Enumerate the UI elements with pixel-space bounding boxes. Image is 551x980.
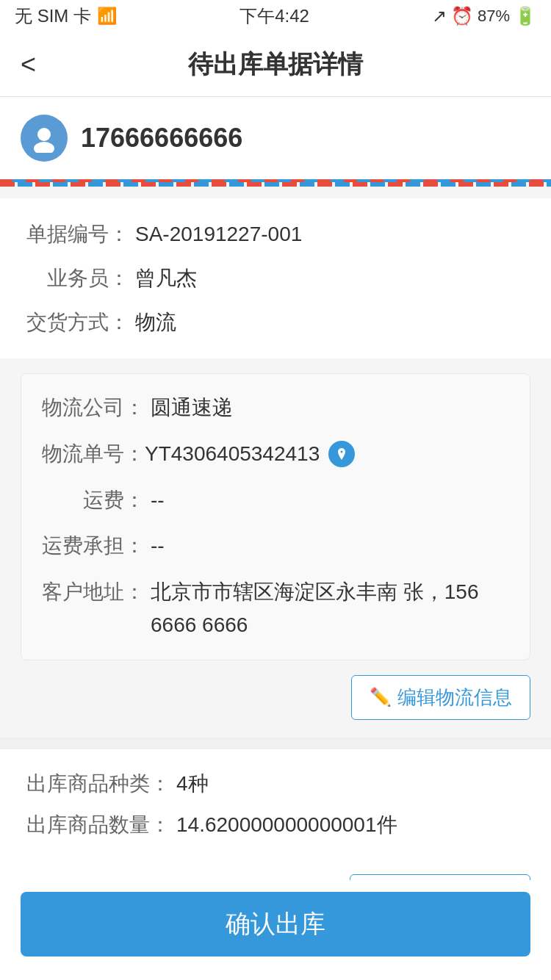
address-label: 客户地址： xyxy=(42,576,145,609)
freight-bearer-value: -- xyxy=(151,530,509,563)
svg-point-0 xyxy=(37,128,51,141)
address-value: 北京市市辖区海淀区永丰南 张，156 6666 6666 xyxy=(151,576,509,642)
address-row: 客户地址： 北京市市辖区海淀区永丰南 张，156 6666 6666 xyxy=(42,576,509,642)
product-type-row: 出库商品种类： 4种 xyxy=(26,770,525,798)
delivery-method-label: 交货方式： xyxy=(26,307,129,338)
section-divider xyxy=(0,738,551,749)
order-number-row: 单据编号： SA-20191227-001 xyxy=(26,219,525,250)
svg-point-1 xyxy=(34,142,54,153)
time-text: 下午4:42 xyxy=(240,4,309,28)
carrier-text: 无 SIM 卡 xyxy=(15,4,91,28)
edit-button-row: ✏️ 编辑物流信息 xyxy=(0,675,551,738)
customer-header: 17666666666 xyxy=(0,97,551,182)
freight-label: 运费： xyxy=(42,484,145,517)
tracking-location-button[interactable] xyxy=(328,441,355,467)
dashed-divider xyxy=(0,182,551,187)
tracking-label: 物流单号： xyxy=(42,438,145,471)
tracking-number-value: YT4306405342413 xyxy=(145,438,320,471)
product-quantity-value: 14.620000000000001件 xyxy=(176,811,397,839)
page-title: 待出库单据详情 xyxy=(188,48,363,82)
delivery-method-row: 交货方式： 物流 xyxy=(26,307,525,338)
bottom-section: 确认出库 xyxy=(0,880,551,980)
status-left: 无 SIM 卡 📶 xyxy=(15,4,117,28)
logistics-company-row: 物流公司： 圆通速递 xyxy=(42,392,509,425)
battery-icon: 🔋 xyxy=(514,6,536,26)
order-number-label: 单据编号： xyxy=(26,219,129,250)
alarm-icon: ⏰ xyxy=(451,6,473,26)
tracking-number-container: YT4306405342413 xyxy=(145,438,355,471)
logistics-company-value: 圆通速递 xyxy=(151,392,509,425)
edit-logistics-button[interactable]: ✏️ 编辑物流信息 xyxy=(351,675,530,720)
logistics-card: 物流公司： 圆通速递 物流单号： YT4306405342413 运费： -- … xyxy=(21,373,530,660)
wifi-icon: 📶 xyxy=(97,7,117,26)
product-type-value: 4种 xyxy=(176,770,209,798)
order-number-value: SA-20191227-001 xyxy=(135,219,525,250)
freight-bearer-label: 运费承担： xyxy=(42,530,145,563)
tracking-row: 物流单号： YT4306405342413 xyxy=(42,438,509,471)
sales-person-row: 业务员： 曾凡杰 xyxy=(26,263,525,294)
confirm-button[interactable]: 确认出库 xyxy=(21,892,530,956)
freight-row: 运费： -- xyxy=(42,484,509,517)
freight-value: -- xyxy=(151,484,509,517)
location-active-icon: ↗ xyxy=(432,6,447,26)
sales-person-label: 业务员： xyxy=(26,263,129,294)
nav-bar: < 待出库单据详情 xyxy=(0,32,551,97)
product-type-label: 出库商品种类： xyxy=(26,770,170,798)
battery-text: 87% xyxy=(478,7,510,26)
status-bar: 无 SIM 卡 📶 下午4:42 ↗ ⏰ 87% 🔋 xyxy=(0,0,551,32)
product-quantity-row: 出库商品数量： 14.620000000000001件 xyxy=(26,811,525,839)
back-button[interactable]: < xyxy=(21,49,36,80)
delivery-method-value: 物流 xyxy=(135,307,525,338)
customer-phone: 17666666666 xyxy=(81,123,242,154)
product-quantity-label: 出库商品数量： xyxy=(26,811,170,839)
confirm-button-label: 确认出库 xyxy=(226,907,325,941)
freight-bearer-row: 运费承担： -- xyxy=(42,530,509,563)
edit-icon: ✏️ xyxy=(370,687,392,707)
basic-info-section: 单据编号： SA-20191227-001 业务员： 曾凡杰 交货方式： 物流 xyxy=(0,198,551,359)
logistics-company-label: 物流公司： xyxy=(42,392,145,425)
status-right: ↗ ⏰ 87% 🔋 xyxy=(432,6,536,26)
product-section: 出库商品种类： 4种 出库商品数量： 14.620000000000001件 xyxy=(0,749,551,860)
avatar xyxy=(21,115,68,162)
sales-person-value: 曾凡杰 xyxy=(135,263,525,294)
edit-button-label: 编辑物流信息 xyxy=(397,685,512,710)
